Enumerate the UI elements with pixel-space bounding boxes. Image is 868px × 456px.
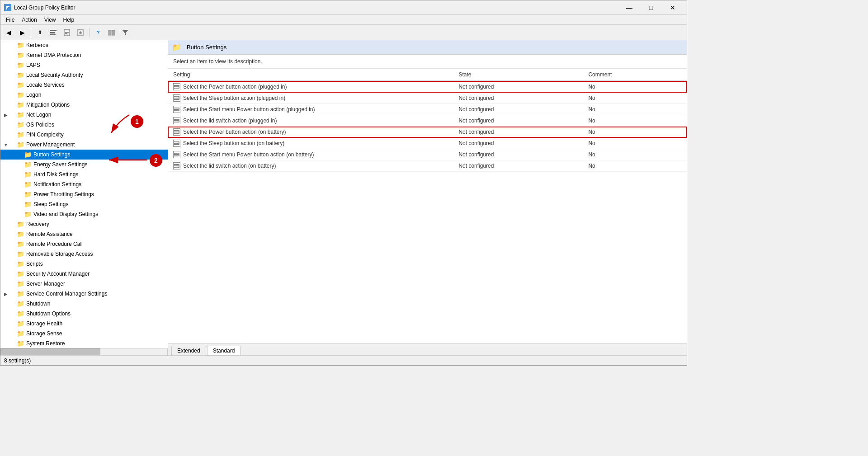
- tree-item-mitigation-options[interactable]: 📁 Mitigation Options: [0, 100, 168, 110]
- show-hide-button[interactable]: [47, 27, 60, 38]
- svg-rect-13: [112, 30, 115, 33]
- menu-file[interactable]: File: [2, 16, 18, 24]
- folder-icon: 📁: [17, 330, 24, 337]
- window-controls: — □ ✕: [619, 0, 683, 15]
- tree-item-scripts[interactable]: 📁 Scripts: [0, 259, 168, 269]
- tree-item-storage-sense[interactable]: 📁 Storage Sense: [0, 329, 168, 338]
- folder-icon: 📁: [24, 161, 32, 168]
- folder-icon: 📁: [17, 280, 24, 287]
- menu-help[interactable]: Help: [60, 16, 78, 24]
- tree-item-storage-health[interactable]: 📁 Storage Health: [0, 319, 168, 329]
- expand-icon: [2, 132, 9, 137]
- setting-cell: Select the Start menu Power button actio…: [168, 149, 453, 160]
- tree-item-kerberos[interactable]: 📁 Kerberos: [0, 40, 168, 50]
- setting-comment: No: [583, 93, 687, 104]
- toolbar-separator-1: [31, 28, 31, 37]
- table-row[interactable]: Select the Start menu Power button actio…: [168, 149, 687, 160]
- table-row[interactable]: Select the Start menu Power button actio…: [168, 104, 687, 115]
- tree-item-video-display[interactable]: 📁 Video and Display Settings: [0, 209, 168, 219]
- folder-icon: 📁: [17, 141, 24, 148]
- tab-extended[interactable]: Extended: [171, 346, 206, 355]
- annotation-2: 2: [150, 154, 162, 167]
- setting-label: Select the lid switch action (plugged in…: [183, 118, 277, 124]
- expand-icon: [2, 63, 9, 68]
- expand-icon: [2, 53, 9, 58]
- col-header-comment: Comment: [583, 69, 687, 81]
- tree-item-server-manager[interactable]: 📁 Server Manager: [0, 279, 168, 289]
- tab-standard[interactable]: Standard: [207, 346, 241, 355]
- setting-comment: No: [583, 138, 687, 149]
- folder-icon: 📁: [17, 250, 24, 258]
- tree-horizontal-scrollbar[interactable]: [0, 348, 167, 355]
- up-button[interactable]: ⬆: [33, 27, 46, 38]
- svg-rect-25: [179, 96, 179, 100]
- export-button[interactable]: [74, 27, 87, 38]
- tree-item-laps[interactable]: 📁 LAPS: [0, 60, 168, 70]
- tree-item-power-throttling[interactable]: 📁 Power Throttling Settings: [0, 189, 168, 199]
- folder-icon: 📁: [17, 61, 24, 69]
- tree-item-pin-complexity[interactable]: 📁 PIN Complexity: [0, 130, 168, 140]
- table-row[interactable]: Select the Sleep button action (plugged …: [168, 93, 687, 104]
- tree-item-power-management[interactable]: ▼ 📁 Power Management: [0, 140, 168, 150]
- table-row[interactable]: Select the lid switch action (plugged in…: [168, 115, 687, 127]
- folder-icon: 📁: [17, 270, 24, 277]
- tree-item-recovery[interactable]: 📁 Recovery: [0, 219, 168, 229]
- tree-label: Power Throttling Settings: [33, 191, 94, 197]
- folder-icon: 📁: [24, 201, 32, 208]
- view-button[interactable]: [105, 27, 118, 38]
- expand-icon: [2, 172, 9, 177]
- setting-cell: Select the Power button action (plugged …: [168, 81, 453, 93]
- setting-label: Select the Start menu Power button actio…: [183, 106, 315, 113]
- setting-cell: Select the Power button action (on batte…: [168, 127, 453, 138]
- tree-item-remote-assistance[interactable]: 📁 Remote Assistance: [0, 229, 168, 239]
- minimize-button[interactable]: —: [619, 0, 640, 15]
- svg-rect-4: [50, 30, 57, 31]
- expand-icon: [2, 282, 9, 287]
- help-button[interactable]: ?: [92, 27, 104, 38]
- tree-item-shutdown[interactable]: 📁 Shutdown: [0, 299, 168, 309]
- table-row[interactable]: Select the Sleep button action (on batte…: [168, 138, 687, 149]
- svg-rect-21: [179, 85, 179, 89]
- setting-state: Not configured: [453, 115, 583, 127]
- table-row[interactable]: Select the lid switch action (on battery…: [168, 160, 687, 172]
- tree-item-removable-storage[interactable]: 📁 Removable Storage Access: [0, 249, 168, 259]
- tree-item-hard-disk[interactable]: 📁 Hard Disk Settings: [0, 169, 168, 179]
- forward-button[interactable]: ▶: [16, 27, 28, 38]
- right-pane: 📁 Button Settings Select an item to view…: [168, 40, 687, 355]
- settings-table: Setting State Comment: [168, 69, 687, 172]
- tree-item-shutdown-options[interactable]: 📁 Shutdown Options: [0, 309, 168, 319]
- tree-item-remote-procedure-call[interactable]: 📁 Remote Procedure Call: [0, 239, 168, 249]
- table-row[interactable]: Select the Power button action (on batte…: [168, 127, 687, 138]
- menu-action[interactable]: Action: [18, 16, 40, 24]
- tree-item-energy-saver[interactable]: 📁 Energy Saver Settings: [0, 160, 168, 169]
- tree-item-button-settings[interactable]: 📁 Button Settings: [0, 150, 168, 160]
- maximize-button[interactable]: □: [641, 0, 661, 15]
- tree-label: Video and Display Settings: [33, 211, 98, 217]
- properties-button[interactable]: [61, 27, 73, 38]
- tree-item-notification-settings[interactable]: 📁 Notification Settings: [0, 179, 168, 189]
- tree-label: Shutdown: [26, 301, 50, 307]
- back-button[interactable]: ◀: [2, 27, 15, 38]
- tree-item-kernel-dma[interactable]: 📁 Kernel DMA Protection: [0, 50, 168, 60]
- menu-view[interactable]: View: [41, 16, 60, 24]
- tree-item-local-security[interactable]: 📁 Local Security Authority: [0, 70, 168, 80]
- tree-item-net-logon[interactable]: ▶ 📁 Net Logon: [0, 110, 168, 120]
- tree-item-locale-services[interactable]: 📁 Locale Services: [0, 80, 168, 90]
- setting-icon: [173, 162, 180, 169]
- description-bar: Select an item to view its description.: [168, 55, 687, 69]
- filter-button[interactable]: [119, 27, 132, 38]
- expand-icon: [2, 301, 9, 306]
- tree-item-security-account-manager[interactable]: 📁 Security Account Manager: [0, 269, 168, 279]
- expand-icon: [2, 272, 9, 277]
- setting-icon: [173, 128, 180, 136]
- setting-icon: [173, 140, 180, 147]
- table-header-row: Setting State Comment: [168, 69, 687, 81]
- tree-item-service-control-manager[interactable]: ▶ 📁 Service Control Manager Settings: [0, 289, 168, 299]
- close-button[interactable]: ✕: [662, 0, 683, 15]
- tree-item-logon[interactable]: 📁 Logon: [0, 90, 168, 100]
- folder-icon: 📁: [17, 260, 24, 268]
- tree-item-system-restore[interactable]: 📁 System Restore: [0, 338, 168, 348]
- svg-rect-15: [112, 33, 115, 35]
- tree-item-sleep-settings[interactable]: 📁 Sleep Settings: [0, 199, 168, 209]
- table-row[interactable]: Select the Power button action (plugged …: [168, 81, 687, 93]
